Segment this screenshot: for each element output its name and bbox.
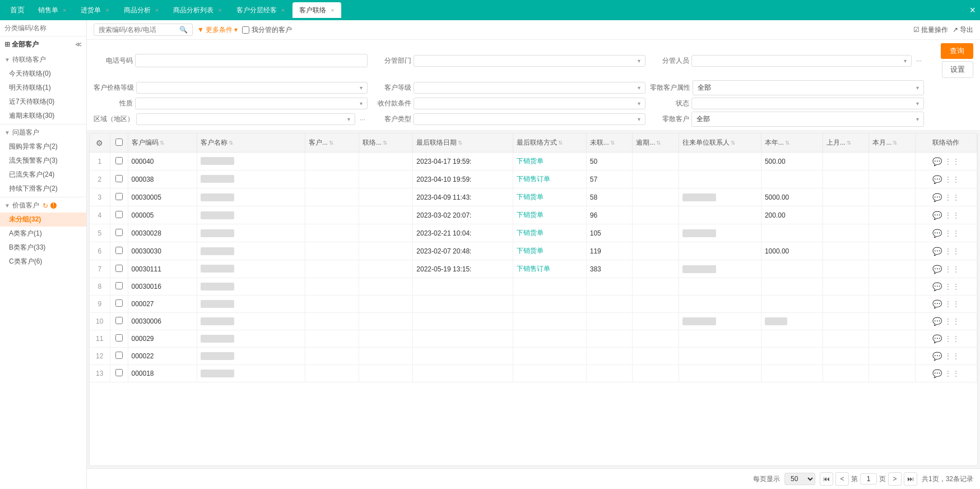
sidebar-collapse-icon[interactable]: ≪ <box>75 41 82 48</box>
contact-action-icon[interactable]: 💬 <box>932 352 942 361</box>
row-checkbox[interactable] <box>115 317 123 324</box>
th-contact[interactable]: 联络... <box>359 133 413 153</box>
sidebar-group-pending-title[interactable]: ▼ 待联络客户 <box>0 53 86 67</box>
more-action-icon[interactable]: ⋮⋮ <box>944 282 960 291</box>
contact-action-icon[interactable]: 💬 <box>932 265 942 274</box>
more-action-icon[interactable]: ⋮⋮ <box>944 299 960 308</box>
more-action-icon[interactable]: ⋮⋮ <box>944 317 960 326</box>
row-checkbox[interactable] <box>115 247 123 254</box>
more-action-icon[interactable]: ⋮⋮ <box>944 229 960 238</box>
person-more-icon[interactable]: ··· <box>914 54 924 67</box>
sidebar-item-hoard-anomaly[interactable]: 囤购异常客户(2) <box>0 140 86 154</box>
query-button[interactable]: 查询 <box>941 43 973 59</box>
contact-action-icon[interactable]: 💬 <box>932 157 942 166</box>
last-way-link[interactable]: 下销货单 <box>517 247 544 255</box>
close-all-tabs[interactable]: × <box>969 4 976 16</box>
last-way-link[interactable]: 下销售订单 <box>517 175 550 183</box>
my-customers-check[interactable] <box>242 26 249 34</box>
select-all-checkbox[interactable] <box>115 139 123 146</box>
more-action-icon[interactable]: ⋮⋮ <box>944 334 960 343</box>
filter-dept-select[interactable]: ▾ <box>414 55 646 67</box>
th-thismonth[interactable]: 本月... <box>869 133 916 153</box>
sidebar-search-input[interactable] <box>4 24 87 32</box>
th-contacts[interactable]: 往来单位联系人 <box>679 133 761 153</box>
tab-sales-order[interactable]: 销售单 × <box>31 2 73 18</box>
row-checkbox[interactable] <box>115 211 123 218</box>
sidebar-item-churned[interactable]: 已流失客户(24) <box>0 168 86 182</box>
last-way-link[interactable]: 下销货单 <box>517 157 544 165</box>
row-checkbox[interactable] <box>115 352 123 359</box>
next-page-button[interactable]: > <box>888 472 902 486</box>
row-checkbox[interactable] <box>115 193 123 200</box>
th-type[interactable]: 客户... <box>305 133 359 153</box>
filter-price-level-select[interactable]: ▾ <box>136 82 368 94</box>
row-checkbox[interactable] <box>115 282 123 289</box>
first-page-button[interactable]: ⏮ <box>820 472 833 486</box>
contact-action-icon[interactable]: 💬 <box>932 175 942 184</box>
tab-customer-segment[interactable]: 客户分层经客 × <box>230 2 291 18</box>
contact-action-icon[interactable]: 💬 <box>932 282 942 291</box>
region-more-icon[interactable]: ··· <box>357 113 368 126</box>
th-name-sort[interactable]: 客户名称 <box>201 138 301 147</box>
th-lastmonth-sort[interactable]: 上月... <box>826 138 866 147</box>
th-uncontact-sort[interactable]: 未联... <box>590 138 629 147</box>
more-action-icon[interactable]: ⋮⋮ <box>944 211 960 220</box>
row-checkbox[interactable] <box>115 265 123 272</box>
more-action-icon[interactable]: ⋮⋮ <box>944 247 960 256</box>
row-checkbox[interactable] <box>115 175 123 182</box>
all-customers-title[interactable]: ⊞ 全部客户 ≪ <box>0 36 86 53</box>
th-lastway-sort[interactable]: 最后联络方式 <box>517 138 583 147</box>
th-thisyear-sort[interactable]: 本年... <box>765 138 819 147</box>
filter-region-select[interactable]: ▾ <box>136 113 355 125</box>
sidebar-item-7day-pending[interactable]: 近7天待联络(0) <box>0 95 86 109</box>
close-tab-product-analysis-list[interactable]: × <box>218 7 221 13</box>
batch-ops-button[interactable]: ☑ 批量操作 <box>913 25 948 35</box>
tab-purchase-order[interactable]: 进货单 × <box>74 2 115 18</box>
last-way-link[interactable]: 下销货单 <box>517 193 544 201</box>
page-size-select[interactable]: 50 20 100 <box>784 473 815 485</box>
sidebar-group-value-title[interactable]: ▼ 价值客户 ↻ ! <box>0 199 86 213</box>
contact-action-icon[interactable]: 💬 <box>932 317 942 326</box>
filter-search-input[interactable] <box>99 26 177 34</box>
tab-customer-contact[interactable]: 客户联络 × <box>292 2 341 18</box>
filter-search-icon[interactable]: 🔍 <box>179 26 188 34</box>
th-overdue-sort[interactable]: 逾期... <box>636 138 675 147</box>
close-tab-purchase-order[interactable]: × <box>105 7 109 13</box>
filter-person-select[interactable]: ▾ <box>691 55 912 67</box>
row-checkbox[interactable] <box>115 299 123 307</box>
home-tab[interactable]: 首页 <box>4 5 30 15</box>
last-way-link[interactable]: 下销货单 <box>517 211 544 219</box>
sidebar-item-class-b[interactable]: B类客户(33) <box>0 241 86 255</box>
close-tab-product-analysis[interactable]: × <box>155 7 159 13</box>
more-action-icon[interactable]: ⋮⋮ <box>944 369 960 378</box>
th-name[interactable]: 客户名称 <box>197 133 305 153</box>
more-action-icon[interactable]: ⋮⋮ <box>944 265 960 274</box>
more-action-icon[interactable]: ⋮⋮ <box>944 352 960 361</box>
th-code-sort[interactable]: 客户编码 <box>132 138 194 147</box>
prev-page-button[interactable]: < <box>835 472 849 486</box>
sidebar-item-tomorrow-pending[interactable]: 明天待联络(1) <box>0 81 86 95</box>
export-button[interactable]: ↗ 导出 <box>953 25 973 35</box>
th-lastdate[interactable]: 最后联络日期 <box>413 133 513 153</box>
my-customers-checkbox[interactable]: 我分管的客户 <box>242 25 292 35</box>
close-tab-sales-order[interactable]: × <box>63 7 66 13</box>
sidebar-item-class-c[interactable]: C类客户(6) <box>0 255 86 269</box>
contact-action-icon[interactable]: 💬 <box>932 211 942 220</box>
contact-action-icon[interactable]: 💬 <box>932 193 942 202</box>
reset-button[interactable]: 设置 <box>942 61 973 78</box>
page-number-input[interactable] <box>860 473 877 485</box>
th-contacts-sort[interactable]: 往来单位联系人 <box>682 138 758 147</box>
more-action-icon[interactable]: ⋮⋮ <box>944 193 960 202</box>
close-tab-customer-segment[interactable]: × <box>281 7 285 13</box>
sidebar-item-class-a[interactable]: A类客户(1) <box>0 227 86 241</box>
th-uncontact[interactable]: 未联... <box>586 133 633 153</box>
filter-phone-input[interactable] <box>135 54 368 67</box>
table-settings-icon[interactable]: ⚙ <box>96 139 103 147</box>
filter-customer-level-select[interactable]: ▾ <box>414 82 646 94</box>
sidebar-group-problem-title[interactable]: ▼ 问题客户 <box>0 126 86 140</box>
th-type-sort[interactable]: 客户... <box>309 138 355 147</box>
th-thisyear[interactable]: 本年... <box>761 133 823 153</box>
filter-status-select[interactable]: ▾ <box>691 98 924 109</box>
tab-product-analysis-list[interactable]: 商品分析列表 × <box>166 2 228 18</box>
more-action-icon[interactable]: ⋮⋮ <box>944 157 960 166</box>
